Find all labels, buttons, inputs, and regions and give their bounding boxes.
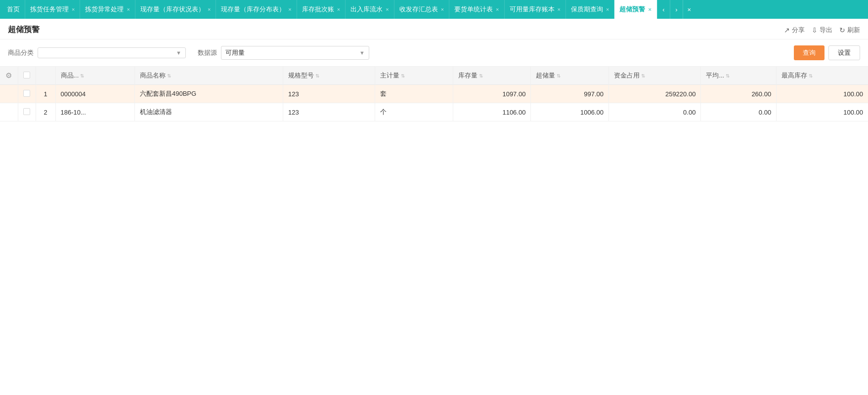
sort-overstock[interactable]: 超储量 ⇅ [536,71,561,80]
nav-item-expiry[interactable]: 保质期查询 × [566,0,614,19]
sort-icon-product-name: ⇅ [167,73,171,79]
nav-item-available[interactable]: 可用量库存账本 × [505,0,566,19]
share-button[interactable]: ↗ 分享 [784,26,805,35]
page-header: 超储预警 ↗ 分享 ⇩ 导出 ↻ 刷新 [0,19,868,40]
th-spec[interactable]: 规格型号 ⇅ [283,67,375,85]
nav-label-available: 可用量库存账本 [510,5,555,14]
select-all-checkbox[interactable] [23,72,30,79]
nav-label-task-mgmt: 拣货任务管理 [30,5,69,14]
close-icon-flow[interactable]: × [386,6,389,12]
th-product-code[interactable]: 商品... ⇅ [55,67,135,85]
filter-actions: 查询 设置 [794,45,860,60]
setting-button[interactable]: 设置 [828,45,860,60]
nav-item-abnormal[interactable]: 拣货异常处理 × [80,0,135,19]
nav-label-inventory-status: 现存量（库存状况表） [140,5,205,14]
close-icon-inventory-dist[interactable]: × [288,6,291,12]
row-avg-1: 0.00 [701,103,777,121]
close-icon-expiry[interactable]: × [606,6,609,12]
th-inventory[interactable]: 库存量 ⇅ [453,67,531,85]
row-avg-0: 260.00 [701,85,777,103]
refresh-button[interactable]: ↻ 刷新 [839,26,860,35]
nav-item-task-mgmt[interactable]: 拣货任务管理 × [25,0,80,19]
nav-label-expiry: 保质期查询 [571,5,603,14]
nav-label-home: 首页 [7,5,20,14]
query-button[interactable]: 查询 [794,45,825,60]
page-title: 超储预警 [8,25,40,35]
close-icon-order-stat[interactable]: × [496,6,499,12]
th-product-name[interactable]: 商品名称 ⇅ [135,67,283,85]
nav-label-flow: 出入库流水 [350,5,383,14]
nav-close-all-arrow[interactable]: × [683,0,695,19]
row-overstock-0: 997.00 [531,85,609,103]
th-max-label: 最高库存 [781,71,807,80]
close-icon-overstock[interactable]: × [648,6,651,12]
close-icon-batch[interactable]: × [337,6,340,12]
header-actions: ↗ 分享 ⇩ 导出 ↻ 刷新 [784,26,860,35]
row-product-code-0: 0000004 [55,85,135,103]
export-button[interactable]: ⇩ 导出 [812,26,832,35]
nav-item-order-stat[interactable]: 要货单统计表 × [449,0,504,19]
close-icon-inventory-status[interactable]: × [208,6,211,12]
sort-spec[interactable]: 规格型号 ⇅ [288,71,319,80]
close-icon-available[interactable]: × [558,6,561,12]
sort-avg[interactable]: 平均... ⇅ [706,71,730,80]
th-unit[interactable]: 主计量 ⇅ [375,67,453,85]
chevron-down-icon: ▼ [176,50,181,56]
nav-item-collect[interactable]: 收发存汇总表 × [394,0,449,19]
row-unit-1: 个 [375,103,453,121]
row-max-inventory-1: 100.00 [777,103,868,121]
top-navigation: 首页 拣货任务管理 × 拣货异常处理 × 现存量（库存状况表） × 现存量（库存… [0,0,868,19]
nav-item-inventory-status[interactable]: 现存量（库存状况表） × [135,0,216,19]
close-icon-collect[interactable]: × [441,6,444,12]
sort-product-code[interactable]: 商品... ⇅ [61,71,85,80]
row-inventory-0: 1097.00 [453,85,531,103]
row-unit-0: 套 [375,85,453,103]
nav-item-inventory-dist[interactable]: 现存量（库存分布表） × [216,0,297,19]
th-spec-label: 规格型号 [288,71,314,80]
nav-item-flow[interactable]: 出入库流水 × [346,0,394,19]
sort-inventory[interactable]: 库存量 ⇅ [458,71,483,80]
row-inventory-1: 1106.00 [453,103,531,121]
datasource-select[interactable]: 可用量 ▼ [221,46,369,60]
share-icon: ↗ [784,26,790,34]
nav-next-arrow[interactable]: › [670,0,683,19]
nav-prev-arrow[interactable]: ‹ [657,0,670,19]
datasource-label: 数据源 [198,48,217,57]
row-checkbox-1[interactable] [23,108,30,115]
refresh-label: 刷新 [847,26,860,35]
th-overstock[interactable]: 超储量 ⇅ [531,67,609,85]
row-checkbox-cell [18,103,36,121]
close-icon-abnormal[interactable]: × [127,6,130,12]
gear-settings-icon[interactable]: ⚙ [5,71,12,79]
nav-item-batch[interactable]: 库存批次账 × [297,0,346,19]
nav-item-home[interactable]: 首页 [2,0,25,19]
close-icon-task-mgmt[interactable]: × [72,6,75,12]
sort-icon-inventory: ⇅ [479,73,483,79]
sort-capital[interactable]: 资金占用 ⇅ [614,71,645,80]
row-overstock-1: 1006.00 [531,103,609,121]
th-inventory-label: 库存量 [458,71,477,80]
sort-unit[interactable]: 主计量 ⇅ [380,71,405,80]
th-num [36,67,55,85]
th-max-inventory[interactable]: 最高库存 ⇅ [777,67,868,85]
filter-area: 商品分类 ▼ 数据源 可用量 ▼ 查询 设置 [0,40,868,67]
row-checkbox-0[interactable] [23,90,30,97]
product-category-select[interactable]: ▼ [38,47,186,58]
nav-item-overstock[interactable]: 超储预警 × [614,0,656,19]
th-overstock-label: 超储量 [536,71,555,80]
datasource-value: 可用量 [225,48,245,57]
row-num-1: 2 [36,103,55,121]
nav-label-batch: 库存批次账 [302,5,334,14]
sort-product-name[interactable]: 商品名称 ⇅ [140,71,171,80]
share-label: 分享 [792,26,805,35]
th-capital[interactable]: 资金占用 ⇅ [608,67,700,85]
th-avg[interactable]: 平均... ⇅ [701,67,777,85]
row-num-0: 1 [36,85,55,103]
nav-label-order-stat: 要货单统计表 [454,5,493,14]
sort-icon-spec: ⇅ [315,73,319,79]
sort-max-inventory[interactable]: 最高库存 ⇅ [781,71,813,80]
th-product-name-label: 商品名称 [140,71,166,80]
row-product-code-1: 186-10... [55,103,135,121]
table-row: 2 186-10... 机油滤清器 123 个 1106.00 1006.00 … [0,103,868,121]
nav-label-overstock: 超储预警 [619,5,645,14]
